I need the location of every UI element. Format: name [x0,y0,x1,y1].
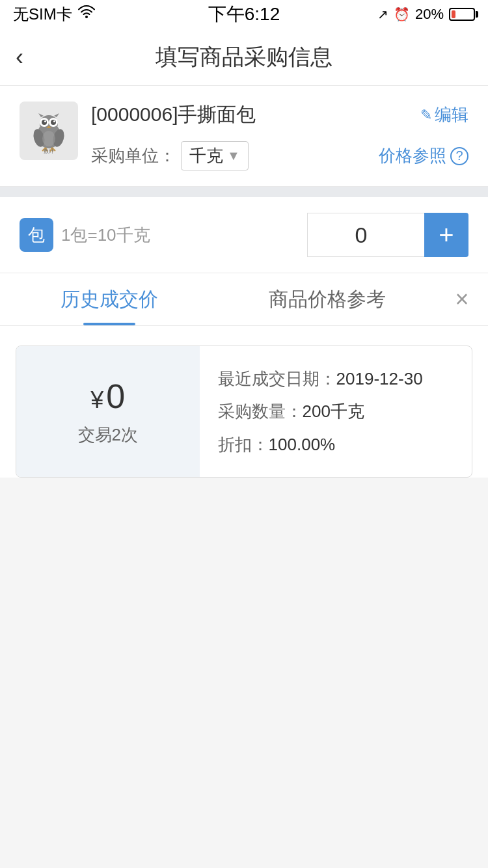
quantity-input[interactable] [307,213,424,257]
svg-point-5 [51,120,56,125]
back-button[interactable]: ‹ [16,44,23,71]
nav-bar: ‹ 填写商品采购信息 [0,29,488,86]
discount-label: 折扣： [218,435,269,454]
product-image: 数计 [26,108,72,154]
qty-value: 200千克 [303,401,364,421]
quantity-row: 包 1包=10千克 + [0,197,488,273]
dropdown-arrow-icon: ▼ [227,148,240,163]
discount-value: 100.00% [269,435,336,454]
tabs-close-button[interactable]: × [436,273,488,325]
recent-date-value: 2019-12-30 [336,369,423,388]
unit-value: 千克 [189,144,223,167]
unit-label: 采购单位： [91,144,176,167]
price-amount: ¥0 [90,377,125,416]
bottom-area [0,497,488,868]
svg-point-19 [42,131,55,146]
unit-select-dropdown[interactable]: 千克 ▼ [181,141,249,170]
svg-text:数计: 数计 [44,148,54,154]
svg-marker-9 [38,113,44,117]
status-time: 下午6:12 [208,2,280,27]
svg-point-6 [44,120,46,122]
price-reference-button[interactable]: 价格参照 ? [379,144,468,167]
qty-row-detail: 采购数量：200千克 [218,400,454,423]
unit-box: 包 [20,218,53,252]
discount-row: 折扣：100.00% [218,433,454,456]
tabs-header: 历史成交价 商品价格参考 × [0,273,488,326]
edit-button[interactable]: ✎ 编辑 [420,103,468,126]
price-details: 最近成交日期：2019-12-30 采购数量：200千克 折扣：100.00% [200,346,472,477]
recent-date-row: 最近成交日期：2019-12-30 [218,367,454,390]
svg-point-4 [42,120,47,125]
product-thumbnail: 数计 [20,102,78,160]
unit-description: 1包=10千克 [61,224,150,247]
quantity-plus-button[interactable]: + [424,213,468,257]
wifi-icon [77,5,96,23]
status-left: 无SIM卡 [13,4,96,25]
battery-percent: 20% [415,6,444,23]
tabs-section: 历史成交价 商品价格参考 × ¥0 交易2次 最近成交日期：2019-12-30… [0,273,488,478]
product-info: [0000006]手撕面包 ✎ 编辑 采购单位： 千克 ▼ 价格参照 ? [91,102,468,170]
tab-product-price-ref[interactable]: 商品价格参考 [218,273,436,325]
currency-symbol: ¥ [90,387,103,413]
battery-icon [449,8,475,21]
trade-count: 交易2次 [78,424,138,446]
qty-label: 采购数量： [218,401,303,421]
question-icon: ? [450,147,468,165]
unit-row: 采购单位： 千克 ▼ [91,141,249,170]
product-card: 数计 [0000006]手撕面包 ✎ 编辑 采购单位： 千克 ▼ [0,86,488,187]
price-summary: ¥0 交易2次 [16,346,200,477]
price-ref-label: 价格参照 [379,144,446,167]
tab-history-price[interactable]: 历史成交价 [0,273,218,325]
status-right: ↗ ⏰ 20% [377,6,475,23]
carrier-text: 无SIM卡 [13,4,72,25]
recent-date-label: 最近成交日期： [218,369,336,388]
location-icon: ↗ [377,7,388,22]
svg-point-7 [53,120,55,122]
page-title: 填写商品采购信息 [156,42,332,72]
price-card: ¥0 交易2次 最近成交日期：2019-12-30 采购数量：200千克 折扣：… [16,346,472,478]
section-divider [0,187,488,197]
edit-icon: ✎ [420,107,432,124]
status-bar: 无SIM卡 下午6:12 ↗ ⏰ 20% [0,0,488,29]
svg-marker-10 [54,113,59,117]
quantity-input-group: + [307,213,468,257]
close-icon: × [455,286,468,313]
alarm-icon: ⏰ [394,7,410,22]
product-name: [0000006]手撕面包 [91,102,256,128]
